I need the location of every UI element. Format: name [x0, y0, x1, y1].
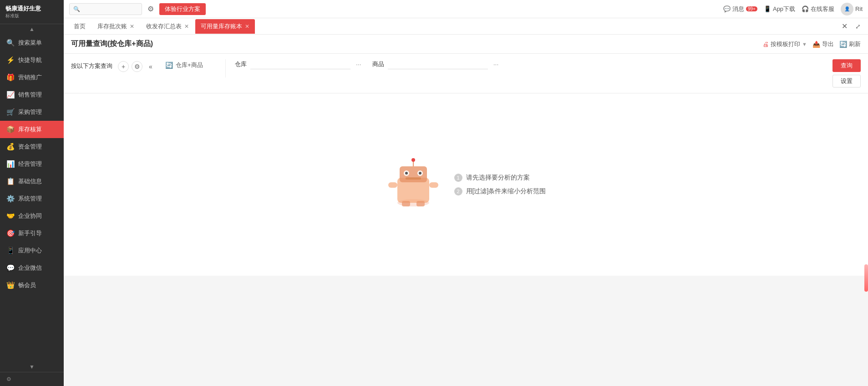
header-left: 🔍 ⚙ 体验行业方案: [69, 3, 720, 15]
sidebar-item-wechat[interactable]: 💬企业微信: [0, 259, 64, 277]
header-right: 💬 消息 99+ 📱 App下载 🎧 在线客服 👤 Rit: [723, 3, 863, 15]
goods-more-icon[interactable]: ···: [492, 61, 501, 68]
sidebar-icon-purchase: 🛒: [6, 108, 15, 116]
svg-point-5: [405, 172, 408, 175]
sidebar-icon-inventory: 📦: [6, 125, 15, 134]
sidebar-label-marketing: 营销推广: [18, 73, 42, 82]
window-expand-button[interactable]: ⤢: [853, 21, 863, 32]
user-name: Rit: [855, 5, 863, 12]
svg-rect-9: [406, 177, 421, 180]
sidebar-label-member: 畅会员: [18, 281, 36, 289]
goods-label: 商品: [372, 60, 384, 68]
sidebar-item-purchase[interactable]: 🛒采购管理: [0, 103, 64, 121]
scheme-item-warehouse-goods[interactable]: 🔄 仓库+商品: [162, 59, 216, 71]
tab-receive-summary[interactable]: 收发存汇总表✕: [141, 19, 194, 34]
sidebar-item-member[interactable]: 👑畅会员: [0, 277, 64, 294]
tab-close-available-ledger[interactable]: ✕: [245, 24, 249, 29]
export-action[interactable]: 📤 导出: [812, 40, 834, 48]
main-area: 🔍 ⚙ 体验行业方案 💬 消息 99+ 📱 App下载 🎧 在线客服: [64, 0, 868, 386]
warehouse-label: 仓库: [235, 60, 247, 68]
avatar-initial: 👤: [844, 6, 850, 11]
export-label: 导出: [822, 40, 834, 48]
print-dropdown-icon[interactable]: ▼: [802, 41, 807, 47]
sidebar-icon-operation: 📊: [6, 160, 15, 168]
service-item[interactable]: 🎧 在线客服: [802, 5, 834, 13]
sidebar-item-sales[interactable]: 📈销售管理: [0, 86, 64, 103]
tip-text-2: 用[过滤]条件来缩小分析范围: [466, 187, 546, 196]
add-scheme-button[interactable]: +: [118, 61, 129, 72]
sidebar-item-operation[interactable]: 📊经营管理: [0, 155, 64, 173]
tab-inventory-batch[interactable]: 库存批次账✕: [92, 19, 140, 34]
tip-text-1: 请先选择要分析的方案: [466, 174, 530, 182]
sidebar-scroll-up[interactable]: ▲: [0, 24, 64, 34]
sidebar-item-guide[interactable]: 🎯新手引导: [0, 225, 64, 242]
sidebar-label-quicknav: 快捷导航: [18, 56, 42, 64]
query-button[interactable]: 查询: [832, 59, 861, 72]
header-search-box[interactable]: 🔍: [69, 3, 142, 15]
svg-rect-13: [416, 201, 425, 206]
sidebar-label-search: 搜索菜单: [18, 39, 42, 47]
tab-label-available-ledger: 可用量库存账本: [201, 22, 242, 31]
goods-input[interactable]: [388, 59, 488, 69]
warehouse-input[interactable]: [250, 59, 350, 69]
sidebar-label-finance: 资金管理: [18, 143, 42, 151]
print-label: 按模板打印: [771, 40, 800, 48]
sidebar-item-search[interactable]: 🔍搜索菜单: [0, 34, 64, 51]
message-label: 消息: [732, 5, 744, 13]
window-close-button[interactable]: ✕: [839, 21, 850, 32]
warehouse-more-icon[interactable]: ···: [354, 61, 363, 68]
sidebar-icon-sales: 📈: [6, 91, 15, 99]
sidebar-label-guide: 新手引导: [18, 229, 42, 237]
message-item[interactable]: 💬 消息 99+: [723, 5, 757, 13]
print-icon: 🖨: [762, 41, 769, 48]
refresh-action[interactable]: 🔄 刷新: [839, 40, 861, 48]
filter-scheme-list: 🔄 仓库+商品: [162, 59, 216, 71]
right-scrollbar[interactable]: [864, 264, 868, 292]
empty-tip-2: 2 用[过滤]条件来缩小分析范围: [454, 187, 546, 196]
sidebar-icon-guide: 🎯: [6, 229, 15, 237]
message-badge: 99+: [746, 6, 757, 11]
setting-button[interactable]: 设置: [832, 75, 861, 87]
sidebar-item-basic[interactable]: 📋基础信息: [0, 173, 64, 190]
user-item[interactable]: 👤 Rit: [841, 3, 863, 15]
sidebar-item-marketing[interactable]: 🎁营销推广: [0, 69, 64, 86]
scheme-icon: 🔄: [165, 62, 173, 69]
sidebar-item-enterprise[interactable]: 🤝企业协同: [0, 207, 64, 225]
sidebar-scroll-down[interactable]: ▼: [0, 362, 64, 372]
sidebar-item-system[interactable]: ⚙️系统管理: [0, 190, 64, 207]
filter-collapse-button[interactable]: «: [145, 61, 156, 72]
tab-home[interactable]: 首页: [68, 19, 91, 34]
tabs-right: ✕ ⤢: [839, 21, 863, 32]
page-header: 可用量查询(按仓库+商品) 🖨 按模板打印 ▼ 📤 导出 🔄 刷新: [64, 35, 868, 54]
edit-scheme-button[interactable]: ⚙: [132, 61, 142, 72]
sidebar-label-appstore: 应用中心: [18, 247, 42, 255]
app-download-item[interactable]: 📱 App下载: [764, 5, 795, 13]
tab-close-receive-summary[interactable]: ✕: [184, 24, 189, 29]
tab-label-home: 首页: [74, 22, 86, 31]
print-action[interactable]: 🖨 按模板打印 ▼: [762, 40, 807, 48]
sidebar: 畅康通好生意 标准版 ▲ 🔍搜索菜单⚡快捷导航🎁营销推广📈销售管理🛒采购管理📦库…: [0, 0, 64, 386]
refresh-icon: 🔄: [839, 41, 847, 48]
tab-available-ledger[interactable]: 可用量库存账本✕: [195, 19, 255, 34]
sidebar-item-quicknav[interactable]: ⚡快捷导航: [0, 51, 64, 69]
header-gear-icon[interactable]: ⚙: [145, 3, 157, 15]
tab-close-inventory-batch[interactable]: ✕: [130, 24, 134, 29]
sidebar-icon-search: 🔍: [6, 39, 15, 47]
sidebar-icon-appstore: 📱: [6, 247, 15, 255]
sidebar-item-inventory[interactable]: 📦库存核算: [0, 121, 64, 138]
sidebar-icon-finance: 💰: [6, 143, 15, 151]
sidebar-label-operation: 经营管理: [18, 160, 42, 168]
sidebar-item-finance[interactable]: 💰资金管理: [0, 138, 64, 155]
service-icon: 🎧: [802, 5, 809, 12]
filter-field-goods: 商品 ···: [372, 59, 501, 69]
svg-rect-12: [402, 201, 410, 206]
right-actions: 查询 设置: [827, 59, 861, 87]
sidebar-nav: 🔍搜索菜单⚡快捷导航🎁营销推广📈销售管理🛒采购管理📦库存核算💰资金管理📊经营管理…: [0, 34, 64, 362]
industry-button[interactable]: 体验行业方案: [159, 3, 206, 15]
svg-rect-11: [429, 182, 438, 188]
sidebar-label-system: 系统管理: [18, 195, 42, 203]
filter-label: 按以下方案查询: [71, 59, 112, 70]
sidebar-item-appstore[interactable]: 📱应用中心: [0, 242, 64, 259]
sidebar-label-wechat: 企业微信: [18, 264, 42, 272]
sidebar-footer[interactable]: ⚙: [0, 372, 64, 386]
